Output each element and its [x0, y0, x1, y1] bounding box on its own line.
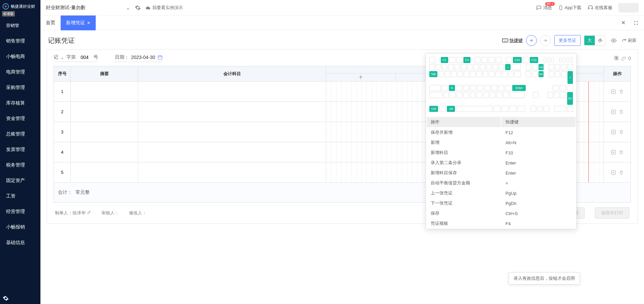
sidebar-item-6[interactable]: 资金管理 — [0, 111, 40, 126]
headset-icon — [587, 5, 593, 11]
brand-name: 畅捷通好业财 — [11, 4, 35, 9]
messages-button[interactable]: 消息 99 + — [536, 5, 552, 11]
page-header: 记账凭证 快捷键 更多凭证 大 小 — [40, 30, 644, 49]
th-seq: 序号 — [54, 66, 71, 82]
voucher-date-field[interactable]: 日期： 2023-04-30 — [115, 54, 163, 62]
sidebar-item-2[interactable]: 小畅电商 — [0, 49, 40, 64]
more-vouchers-button[interactable]: 更多凭证 — [554, 35, 581, 46]
tabs-row: 首页 新增凭证 ✕ ✕ — [40, 16, 644, 30]
message-icon — [536, 5, 542, 11]
add-row-icon[interactable] — [611, 129, 616, 135]
sidebar-item-4[interactable]: 采购管理 — [0, 80, 40, 95]
cell-seq: 1 — [54, 82, 71, 102]
page-title: 记账凭证 — [48, 36, 75, 45]
next-voucher-button[interactable] — [540, 35, 551, 46]
attach-count: 0 — [628, 56, 631, 61]
size-small[interactable]: 小 — [595, 36, 605, 45]
sidebar-item-1[interactable]: 销售管理 — [0, 33, 40, 49]
sidebar-item-0[interactable]: 营销管 — [0, 19, 40, 33]
cell-summary[interactable] — [71, 142, 138, 162]
delete-row-icon[interactable] — [619, 170, 624, 175]
sidebar-item-12[interactable]: 经营管理 — [0, 204, 40, 219]
prev-voucher-button[interactable] — [526, 35, 537, 46]
cell-seq: 2 — [54, 102, 71, 122]
hotkey-row: 保存Ctrl+S — [427, 209, 576, 218]
phone-icon — [558, 5, 563, 10]
refresh-icon — [622, 38, 626, 43]
cell-account[interactable] — [138, 122, 326, 142]
add-row-icon[interactable] — [611, 109, 616, 115]
totals-text: 零元整 — [75, 189, 90, 195]
company-select[interactable]: 好业财测试-量勿删 ⌄ — [46, 5, 130, 11]
sidebar-item-8[interactable]: 发票管理 — [0, 142, 40, 157]
customer-service-button[interactable]: 在线客服 — [587, 5, 612, 11]
hotkey-row: 录入第二条分录Enter — [427, 158, 576, 168]
sidebar: 畅捷通好业财 标准版 营销管 销售管理 小畅电商 电商管理 采购管理 库存核算 … — [0, 0, 40, 304]
sidebar-item-5[interactable]: 库存核算 — [0, 95, 40, 111]
delete-row-icon[interactable] — [619, 150, 624, 155]
tab-close-button[interactable]: ✕ — [618, 18, 628, 28]
svg-point-4 — [613, 40, 615, 41]
cell-summary[interactable] — [71, 162, 138, 183]
sidebar-item-9[interactable]: 税务管理 — [0, 157, 40, 173]
delete-row-icon[interactable] — [619, 89, 624, 94]
edit-icon[interactable] — [87, 210, 91, 215]
th-account: 会计科目 — [138, 66, 326, 82]
voucher-number-input[interactable] — [78, 55, 91, 60]
sidebar-settings[interactable] — [0, 293, 40, 304]
sidebar-item-13[interactable]: 小畅报销 — [0, 219, 40, 235]
cell-account[interactable] — [138, 162, 326, 183]
refresh-button[interactable]: 刷新 — [622, 37, 637, 43]
cell-account[interactable] — [138, 142, 326, 162]
attachment-icon[interactable] — [621, 56, 626, 61]
svg-rect-5 — [158, 56, 162, 59]
tab-home[interactable]: 首页 — [40, 16, 61, 30]
add-row-icon[interactable] — [611, 89, 616, 94]
hotkey-row: 新增科目保存Enter — [427, 168, 576, 178]
settings-button[interactable] — [135, 5, 141, 11]
cell-summary[interactable] — [71, 122, 138, 142]
cell-account[interactable] — [138, 102, 326, 122]
delete-row-icon[interactable] — [619, 109, 624, 114]
demo-link[interactable]: 我要看实例演示 — [146, 5, 183, 11]
hotkey-button[interactable]: 快捷键 — [502, 37, 523, 43]
sidebar-item-11[interactable]: 工资 — [0, 188, 40, 204]
cell-seq: 4 — [54, 142, 71, 162]
topbar: 好业财测试-量勿删 ⌄ 我要看实例演示 消息 99 + App下载 — [40, 0, 644, 16]
hotkey-table: 操作 快捷键 保存并新增F12新增Alt+N新增科目F10录入第二条分录Ente… — [426, 116, 576, 229]
voucher-word-field[interactable]: 记 ⌄ 字第 号 — [54, 54, 98, 62]
avatar[interactable] — [618, 3, 639, 12]
hotkey-row: 下一张凭证PgDn — [427, 199, 576, 208]
th-action: 操作 — [604, 66, 631, 82]
gear-icon — [135, 5, 141, 11]
fullscreen-button[interactable] — [631, 18, 641, 28]
delete-row-icon[interactable] — [619, 129, 624, 134]
view-button[interactable] — [609, 36, 618, 45]
save-and-print-button: 保存并打印 — [595, 207, 630, 219]
sidebar-item-7[interactable]: 总账管理 — [0, 126, 40, 142]
calendar-icon[interactable] — [157, 55, 163, 60]
sidebar-item-10[interactable]: 固定资产 — [0, 173, 40, 188]
cell-actions — [604, 82, 631, 102]
tab-new-voucher[interactable]: 新增凭证 ✕ — [61, 16, 96, 30]
eye-icon — [611, 37, 617, 43]
hotkey-row: 上一张凭证PgUp — [427, 188, 576, 198]
hotkey-row: 凭证模板F4 — [427, 219, 576, 228]
hotkey-row: 自动平衡借贷方金额= — [427, 178, 576, 188]
close-icon[interactable]: ✕ — [87, 21, 90, 25]
cell-account[interactable] — [138, 82, 326, 102]
add-row-icon[interactable] — [611, 150, 616, 155]
cell-summary[interactable] — [71, 102, 138, 122]
keyboard-diagram: F1 F4 F10 F12 = Up Tab Dn + SEnter En — [426, 54, 576, 116]
sidebar-item-14[interactable]: 基础信息 — [0, 235, 40, 250]
download-button[interactable]: App下载 — [558, 5, 581, 11]
arrow-left-icon — [529, 38, 534, 43]
size-big[interactable]: 大 — [584, 36, 595, 45]
chevron-down-icon: ⌄ — [60, 55, 64, 60]
add-row-icon[interactable] — [611, 170, 616, 175]
brand-logo-icon — [2, 3, 9, 10]
cell-summary[interactable] — [71, 82, 138, 102]
cell-actions — [604, 162, 631, 183]
sidebar-item-3[interactable]: 电商管理 — [0, 64, 40, 80]
totals-label: 合计： — [58, 189, 72, 195]
